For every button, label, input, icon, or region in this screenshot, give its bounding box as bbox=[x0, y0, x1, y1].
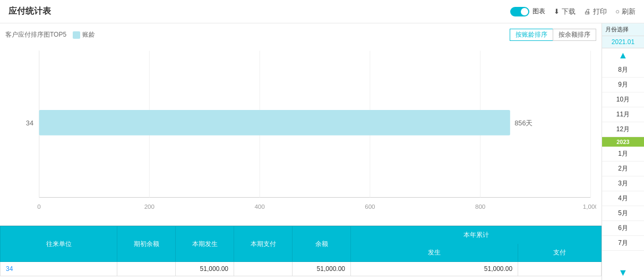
th-period-balance: 期初余额 bbox=[117, 226, 176, 262]
th-year-pay: 支付 bbox=[518, 244, 602, 262]
sidebar-down-button[interactable]: ▼ bbox=[602, 266, 644, 280]
sidebar-month-1[interactable]: 1月 bbox=[602, 147, 644, 162]
left-panel: 客户应付排序图TOP5 账龄 按账龄排序 按余额排序 bbox=[0, 23, 602, 280]
th-year-occur: 发生 bbox=[351, 244, 518, 262]
svg-text:0: 0 bbox=[37, 203, 41, 210]
sort-by-age-button[interactable]: 按账龄排序 bbox=[510, 29, 553, 41]
sidebar-month-10[interactable]: 10月 bbox=[602, 92, 644, 107]
svg-text:200: 200 bbox=[144, 203, 155, 210]
print-button[interactable]: 🖨 打印 bbox=[584, 7, 607, 16]
cell-current-occur: 51,000.00 bbox=[176, 262, 234, 276]
cell-year-pay bbox=[518, 262, 602, 276]
header-actions: 图表 ⬇ 下载 🖨 打印 ○ 刷新 bbox=[510, 7, 636, 16]
print-icon: 🖨 bbox=[584, 7, 591, 15]
svg-text:34: 34 bbox=[26, 119, 33, 127]
svg-text:800: 800 bbox=[475, 203, 486, 210]
sidebar-month-list: 8月 9月 10月 11月 12月 2023 1月 2月 3月 4月 5月 6月… bbox=[602, 63, 644, 266]
chart-toggle-wrap: 图表 bbox=[510, 7, 545, 16]
data-table: 往来单位 期初余额 本期发生 本期支付 余额 本年累计 发生 支付 bbox=[0, 226, 602, 276]
sidebar-month-7[interactable]: 7月 bbox=[602, 236, 644, 251]
refresh-label: 刷新 bbox=[622, 7, 636, 16]
table-section: 往来单位 期初余额 本期发生 本期支付 余额 本年累计 发生 支付 bbox=[0, 225, 602, 280]
th-current-pay: 本期支付 bbox=[234, 226, 293, 262]
sort-by-balance-button[interactable]: 按余额排序 bbox=[553, 29, 596, 41]
chart-toggle-label: 图表 bbox=[533, 7, 545, 16]
download-button[interactable]: ⬇ 下载 bbox=[554, 7, 576, 16]
legend-item-1: 客户应付排序图TOP5 bbox=[5, 30, 66, 39]
sidebar: 月份选择 2021.01 ▲ 8月 9月 10月 11月 12月 2023 1月… bbox=[602, 23, 644, 280]
chart-area: 客户应付排序图TOP5 账龄 按账龄排序 按余额排序 bbox=[0, 23, 602, 225]
cell-year-occur: 51,000.00 bbox=[351, 262, 518, 276]
th-unit: 往来单位 bbox=[1, 226, 117, 262]
th-current-occur: 本期发生 bbox=[176, 226, 234, 262]
sidebar-month-4[interactable]: 4月 bbox=[602, 191, 644, 206]
svg-text:856天: 856天 bbox=[514, 119, 533, 127]
print-label: 打印 bbox=[593, 7, 607, 16]
svg-text:400: 400 bbox=[254, 203, 265, 210]
cell-period-balance bbox=[117, 262, 176, 276]
sidebar-up-button[interactable]: ▲ bbox=[602, 48, 644, 63]
table-wrap: 往来单位 期初余额 本期发生 本期支付 余额 本年累计 发生 支付 bbox=[0, 226, 602, 276]
legend-item-2: 账龄 bbox=[73, 30, 95, 39]
page-header: 应付统计表 图表 ⬇ 下载 🖨 打印 ○ 刷新 bbox=[0, 0, 644, 23]
sidebar-header-label: 月份选择 bbox=[605, 26, 629, 33]
unit-link[interactable]: 34 bbox=[6, 265, 13, 273]
legend-label-2: 账龄 bbox=[82, 30, 95, 39]
sidebar-month-5[interactable]: 5月 bbox=[602, 206, 644, 221]
cell-balance: 51,000.00 bbox=[293, 262, 351, 276]
chart-legend: 客户应付排序图TOP5 账龄 bbox=[5, 30, 95, 39]
sidebar-current-date: 2021.01 bbox=[602, 36, 644, 48]
refresh-button[interactable]: ○ 刷新 bbox=[615, 7, 636, 16]
sidebar-year-2023: 2023 bbox=[602, 137, 644, 147]
th-balance: 余额 bbox=[293, 226, 351, 262]
sidebar-month-11[interactable]: 11月 bbox=[602, 107, 644, 122]
sidebar-header-row: 月份选择 bbox=[602, 23, 644, 36]
chart-toggle[interactable] bbox=[510, 7, 529, 16]
sidebar-month-2[interactable]: 2月 bbox=[602, 162, 644, 176]
table-row: 34 51,000.00 51,000.00 51,000.00 bbox=[1, 262, 602, 276]
svg-text:1,000: 1,000 bbox=[583, 203, 596, 210]
download-label: 下载 bbox=[562, 7, 576, 16]
refresh-icon: ○ bbox=[615, 7, 620, 15]
svg-text:600: 600 bbox=[365, 203, 375, 210]
cell-unit: 34 bbox=[1, 262, 117, 276]
svg-rect-8 bbox=[39, 110, 510, 135]
main-content: 客户应付排序图TOP5 账龄 按账龄排序 按余额排序 bbox=[0, 23, 644, 280]
legend-label-1: 客户应付排序图TOP5 bbox=[5, 30, 66, 39]
download-icon: ⬇ bbox=[554, 7, 560, 15]
sidebar-month-3[interactable]: 3月 bbox=[602, 176, 644, 191]
legend-dot-2 bbox=[73, 31, 80, 39]
bar-chart-svg: 34 856天 0 200 400 600 800 1,000 bbox=[5, 45, 596, 220]
page-title: 应付统计表 bbox=[8, 6, 51, 17]
sidebar-month-12[interactable]: 12月 bbox=[602, 122, 644, 137]
sidebar-month-6[interactable]: 6月 bbox=[602, 221, 644, 236]
chart-sort-buttons: 按账龄排序 按余额排序 bbox=[510, 29, 596, 41]
sidebar-month-9[interactable]: 9月 bbox=[602, 78, 644, 92]
chart-header: 客户应付排序图TOP5 账龄 按账龄排序 按余额排序 bbox=[5, 29, 596, 41]
th-year-group: 本年累计 bbox=[351, 226, 602, 244]
svg-chart-container: 34 856天 0 200 400 600 800 1,000 bbox=[5, 45, 596, 220]
cell-current-pay bbox=[234, 262, 293, 276]
sidebar-month-8[interactable]: 8月 bbox=[602, 63, 644, 78]
